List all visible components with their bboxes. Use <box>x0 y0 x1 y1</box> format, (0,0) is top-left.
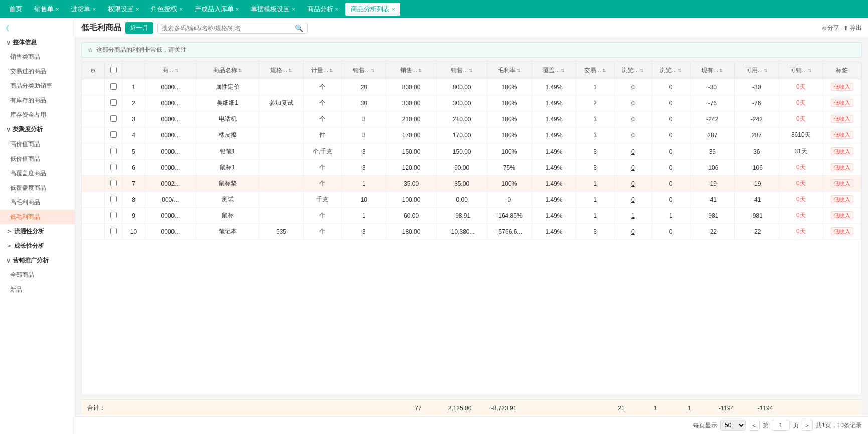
col-trade[interactable]: 交易...⇅ <box>576 62 614 79</box>
row-checkbox[interactable] <box>110 99 117 106</box>
search-input[interactable] <box>162 25 295 32</box>
nav-template[interactable]: 单据模板设置× <box>246 3 300 16</box>
row-checkbox-cell[interactable] <box>104 79 122 95</box>
nav-permission[interactable]: 权限设置× <box>103 3 144 16</box>
nav-sales[interactable]: 销售单× <box>29 3 64 16</box>
row-checkbox[interactable] <box>110 228 117 234</box>
close-role-icon[interactable]: × <box>179 6 182 12</box>
sidebar-item-high-coverage[interactable]: 高覆盖度商品 <box>0 166 75 181</box>
close-template-icon[interactable]: × <box>292 6 295 12</box>
row-checkbox-cell[interactable] <box>104 143 122 160</box>
row-saleable: 0天 <box>779 224 823 240</box>
col-sales2[interactable]: 销售...⇅ <box>386 62 437 79</box>
sidebar-item-in-stock[interactable]: 有库存的商品 <box>0 93 75 108</box>
sidebar-item-sales-products[interactable]: 销售类商品 <box>0 50 75 64</box>
row-checkbox[interactable] <box>110 83 117 90</box>
col-gross-rate[interactable]: 毛利率⇅ <box>487 62 532 79</box>
col-current[interactable]: 现有...⇅ <box>690 62 734 79</box>
table-row: 7 0002... 鼠标垫 个 1 35.00 35.00 100% 1.49%… <box>82 176 861 192</box>
col-code[interactable]: 商...⇅ <box>145 62 196 79</box>
close-list-icon[interactable]: × <box>392 6 395 12</box>
sidebar-item-traded-products[interactable]: 交易过的商品 <box>0 64 75 79</box>
sidebar-group-marketing[interactable]: ∨ 营销推广分析 <box>0 253 75 268</box>
nav-product-analysis-list[interactable]: 商品分析列表× <box>345 3 400 16</box>
row-checkbox-cell[interactable] <box>104 160 122 176</box>
sidebar-item-high-margin[interactable]: 高毛利商品 <box>0 195 75 210</box>
row-browse1[interactable]: 0 <box>614 176 652 192</box>
select-all-checkbox[interactable] <box>110 67 117 73</box>
close-sales-icon[interactable]: × <box>56 6 59 12</box>
col-no <box>122 62 145 79</box>
next-page-button[interactable]: ＞ <box>802 420 813 431</box>
row-browse1[interactable]: 0 <box>614 95 652 111</box>
col-unit[interactable]: 计量...⇅ <box>303 62 341 79</box>
sidebar-item-low-coverage[interactable]: 低覆盖度商品 <box>0 181 75 195</box>
nav-product-entry[interactable]: 产成品入库单× <box>190 3 244 16</box>
row-browse1[interactable]: 0 <box>614 192 652 208</box>
close-analysis-icon[interactable]: × <box>335 6 338 12</box>
col-sales1[interactable]: 销售...⇅ <box>341 62 386 79</box>
sidebar-item-new-products[interactable]: 新品 <box>0 282 75 297</box>
export-button[interactable]: ⬆ 导出 <box>843 24 862 32</box>
col-name[interactable]: 商品名称⇅ <box>196 62 259 79</box>
col-check[interactable] <box>104 62 122 79</box>
row-browse1[interactable]: 0 <box>614 224 652 240</box>
row-checkbox[interactable] <box>110 131 117 138</box>
col-coverage[interactable]: 覆盖...⇅ <box>532 62 576 79</box>
row-checkbox[interactable] <box>110 148 117 154</box>
sidebar-collapse-btn[interactable]: 《 <box>0 22 75 35</box>
close-purchase-icon[interactable]: × <box>92 6 95 12</box>
sidebar-group-overall[interactable]: ∨ 整体信息 <box>0 35 75 50</box>
col-sales3[interactable]: 销售...⇅ <box>437 62 487 79</box>
close-permission-icon[interactable]: × <box>136 6 139 12</box>
sidebar-group-growth[interactable]: ＞ 成长性分析 <box>0 239 75 253</box>
sidebar-item-all-products[interactable]: 全部商品 <box>0 268 75 282</box>
sidebar-group-cluster[interactable]: ∨ 类聚度分析 <box>0 122 75 137</box>
nav-home[interactable]: 首页 <box>4 3 27 16</box>
row-checkbox[interactable] <box>110 164 117 170</box>
sidebar-item-high-value[interactable]: 高价值商品 <box>0 137 75 152</box>
row-sales1: 30 <box>341 95 386 111</box>
row-checkbox-cell[interactable] <box>104 111 122 127</box>
row-browse1[interactable]: 0 <box>614 160 652 176</box>
nav-role[interactable]: 角色授权× <box>146 3 187 16</box>
nav-purchase[interactable]: 进货单× <box>66 3 100 16</box>
sidebar-item-low-margin[interactable]: 低毛利商品 <box>0 210 75 224</box>
row-browse1[interactable]: 0 <box>614 143 652 160</box>
row-checkbox[interactable] <box>110 196 117 202</box>
settings-icon[interactable]: ⚙ <box>90 67 96 74</box>
row-checkbox-cell[interactable] <box>104 95 122 111</box>
col-browse2[interactable]: 浏览...⇅ <box>652 62 690 79</box>
col-available[interactable]: 可用...⇅ <box>735 62 779 79</box>
row-checkbox-cell[interactable] <box>104 127 122 143</box>
share-button[interactable]: ⎋ 分享 <box>822 24 839 32</box>
table-row: 8 000/... 测试 千克 10 100.00 0.00 0 1.49% 1… <box>82 192 861 208</box>
row-checkbox-cell[interactable] <box>104 208 122 224</box>
row-browse1[interactable]: 1 <box>614 208 652 224</box>
row-browse1[interactable]: 0 <box>614 127 652 143</box>
close-product-icon[interactable]: × <box>236 6 239 12</box>
sidebar-item-low-value[interactable]: 低价值商品 <box>0 152 75 166</box>
sidebar-group-circulation[interactable]: ＞ 流通性分析 <box>0 224 75 239</box>
row-browse1[interactable]: 0 <box>614 111 652 127</box>
row-browse1[interactable]: 0 <box>614 79 652 95</box>
filter-button[interactable]: 近一月 <box>125 22 153 34</box>
prev-page-button[interactable]: ＜ <box>749 420 760 431</box>
row-checkbox-cell[interactable] <box>104 224 122 240</box>
page-size-select[interactable]: 50 20 100 200 <box>720 420 746 431</box>
row-checkbox-cell[interactable] <box>104 176 122 192</box>
page-number-input[interactable] <box>772 420 790 431</box>
row-checkbox[interactable] <box>110 115 117 122</box>
row-checkbox[interactable] <box>110 180 117 186</box>
row-coverage: 1.49% <box>532 224 576 240</box>
sidebar-item-category-rate[interactable]: 商品分类助销率 <box>0 79 75 93</box>
col-browse1[interactable]: 浏览...⇅ <box>614 62 652 79</box>
col-settings[interactable]: ⚙ <box>82 62 104 79</box>
row-checkbox[interactable] <box>110 212 117 218</box>
nav-product-analysis[interactable]: 商品分析× <box>302 3 343 16</box>
col-saleable[interactable]: 可销...⇅ <box>779 62 823 79</box>
col-spec[interactable]: 规格...⇅ <box>259 62 303 79</box>
row-checkbox-cell[interactable] <box>104 192 122 208</box>
sidebar-item-inventory-funds[interactable]: 库存资金占用 <box>0 108 75 122</box>
search-icon[interactable]: 🔍 <box>295 24 303 32</box>
